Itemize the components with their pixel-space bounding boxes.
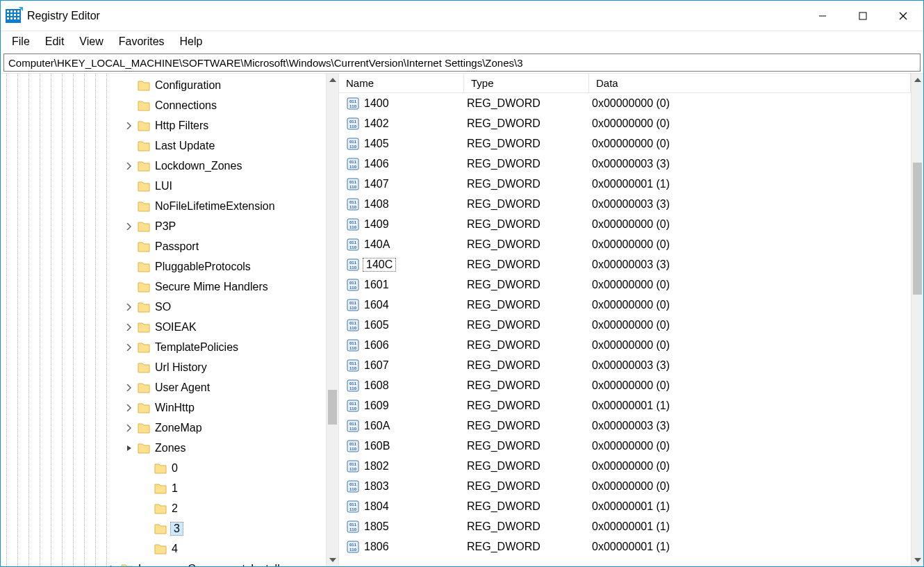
value-row[interactable]: 1606REG_DWORD0x00000000 (0) bbox=[339, 335, 911, 355]
tree-item[interactable]: TemplatePolicies bbox=[1, 337, 326, 357]
tree-item[interactable]: Lockdown_Zones bbox=[1, 156, 326, 176]
tree-item[interactable]: PluggableProtocols bbox=[1, 256, 326, 277]
tree-item[interactable]: P3P bbox=[1, 216, 326, 236]
tree-item[interactable]: 1 bbox=[1, 478, 326, 498]
value-row[interactable]: 1601REG_DWORD0x00000000 (0) bbox=[339, 274, 911, 295]
tree-item[interactable]: Configuration bbox=[1, 75, 326, 95]
tree-scrollbar[interactable] bbox=[326, 74, 338, 566]
scrollbar-thumb[interactable] bbox=[328, 390, 337, 425]
tree-item[interactable]: LUI bbox=[1, 176, 326, 196]
value-row[interactable]: 160BREG_DWORD0x00000000 (0) bbox=[339, 436, 911, 456]
maximize-button[interactable] bbox=[843, 1, 883, 31]
value-type: REG_DWORD bbox=[464, 520, 589, 533]
value-row[interactable]: 1607REG_DWORD0x00000003 (3) bbox=[339, 355, 911, 375]
tree-item[interactable]: Last Update bbox=[1, 135, 326, 156]
menu-view[interactable]: View bbox=[74, 34, 108, 49]
menu-file[interactable]: File bbox=[6, 34, 35, 49]
tree-item[interactable]: NoFileLifetimeExtension bbox=[1, 196, 326, 216]
chevron-right-icon[interactable] bbox=[108, 564, 117, 567]
value-name: 1605 bbox=[363, 319, 390, 331]
menu-help[interactable]: Help bbox=[174, 34, 208, 49]
tree-item[interactable]: SOIEAK bbox=[1, 317, 326, 337]
svg-rect-18 bbox=[859, 13, 866, 19]
address-bar[interactable]: Computer\HKEY_LOCAL_MACHINE\SOFTWARE\Mic… bbox=[3, 54, 921, 72]
value-row[interactable]: 1802REG_DWORD0x00000000 (0) bbox=[339, 456, 911, 476]
tree-item[interactable]: User Agent bbox=[1, 377, 326, 397]
binary-icon bbox=[346, 217, 360, 231]
column-type[interactable]: Type bbox=[464, 74, 589, 92]
value-row[interactable]: 1804REG_DWORD0x00000001 (1) bbox=[339, 496, 911, 516]
value-row[interactable]: 1408REG_DWORD0x00000003 (3) bbox=[339, 194, 911, 214]
tree-item[interactable]: WinHttp bbox=[1, 397, 326, 418]
tree-item[interactable]: 3 bbox=[1, 518, 326, 539]
value-row[interactable]: 1805REG_DWORD0x00000001 (1) bbox=[339, 516, 911, 536]
binary-icon bbox=[346, 298, 360, 312]
binary-icon bbox=[346, 399, 360, 413]
value-row[interactable]: 1402REG_DWORD0x00000000 (0) bbox=[339, 113, 911, 133]
chevron-right-icon[interactable] bbox=[124, 423, 134, 433]
titlebar[interactable]: Registry Editor bbox=[1, 1, 923, 31]
value-name: 1400 bbox=[363, 97, 390, 110]
value-row[interactable]: 1605REG_DWORD0x00000000 (0) bbox=[339, 315, 911, 335]
tree-item[interactable]: 2 bbox=[1, 498, 326, 518]
scrollbar-thumb[interactable] bbox=[913, 163, 922, 295]
window-controls bbox=[802, 1, 923, 31]
values-table[interactable]: Name Type Data 1400REG_DWORD0x00000000 (… bbox=[339, 74, 911, 566]
tree-item-label: 1 bbox=[170, 482, 179, 495]
tree-view[interactable]: ConfigurationConnectionsHttp FiltersLast… bbox=[1, 74, 326, 566]
scroll-down-icon[interactable] bbox=[327, 554, 338, 566]
scroll-down-icon[interactable] bbox=[911, 554, 923, 566]
tree-item[interactable]: LanguageComponentsInstaller bbox=[1, 559, 326, 566]
close-button[interactable] bbox=[883, 1, 923, 31]
tree-item[interactable]: SO bbox=[1, 297, 326, 317]
chevron-right-icon[interactable] bbox=[124, 343, 134, 352]
value-name: 1601 bbox=[363, 279, 390, 291]
tree-item[interactable]: Zones bbox=[1, 438, 326, 458]
value-row[interactable]: 1406REG_DWORD0x00000003 (3) bbox=[339, 154, 911, 174]
chevron-down-icon[interactable] bbox=[124, 443, 134, 453]
chevron-right-icon[interactable] bbox=[124, 121, 134, 131]
value-row[interactable]: 1609REG_DWORD0x00000001 (1) bbox=[339, 395, 911, 416]
chevron-right-icon[interactable] bbox=[124, 222, 134, 231]
value-row[interactable]: 1608REG_DWORD0x00000000 (0) bbox=[339, 375, 911, 395]
chevron-right-icon[interactable] bbox=[124, 322, 134, 332]
value-row[interactable]: 1405REG_DWORD0x00000000 (0) bbox=[339, 133, 911, 154]
values-scrollbar[interactable] bbox=[911, 74, 923, 566]
menu-favorites[interactable]: Favorites bbox=[113, 34, 170, 49]
tree-item[interactable]: Passport bbox=[1, 236, 326, 256]
tree-item[interactable]: ZoneMap bbox=[1, 418, 326, 438]
tree-item[interactable]: 4 bbox=[1, 539, 326, 559]
value-row[interactable]: 1409REG_DWORD0x00000000 (0) bbox=[339, 214, 911, 234]
column-data[interactable]: Data bbox=[589, 74, 911, 92]
tree-item-label: SO bbox=[154, 301, 172, 313]
chevron-right-icon[interactable] bbox=[124, 161, 134, 171]
menu-edit[interactable]: Edit bbox=[40, 34, 70, 49]
chevron-right-icon[interactable] bbox=[124, 403, 134, 413]
scroll-up-icon[interactable] bbox=[911, 74, 923, 86]
tree-item[interactable]: 0 bbox=[1, 458, 326, 478]
minimize-button[interactable] bbox=[802, 1, 843, 31]
value-row[interactable]: 1400REG_DWORD0x00000000 (0) bbox=[339, 93, 911, 113]
value-row[interactable]: 1604REG_DWORD0x00000000 (0) bbox=[339, 295, 911, 315]
folder-icon bbox=[137, 220, 151, 233]
value-row[interactable]: 140CREG_DWORD0x00000003 (3) bbox=[339, 254, 911, 274]
value-row[interactable]: 140AREG_DWORD0x00000000 (0) bbox=[339, 234, 911, 254]
chevron-right-icon[interactable] bbox=[124, 302, 134, 312]
value-row[interactable]: 1803REG_DWORD0x00000000 (0) bbox=[339, 476, 911, 496]
tree-item-label: LUI bbox=[154, 180, 174, 192]
value-type: REG_DWORD bbox=[464, 299, 589, 311]
binary-icon bbox=[346, 439, 360, 453]
tree-item[interactable]: Http Filters bbox=[1, 115, 326, 135]
value-row[interactable]: 160AREG_DWORD0x00000003 (3) bbox=[339, 416, 911, 436]
tree-item[interactable]: Url History bbox=[1, 357, 326, 377]
value-row[interactable]: 1806REG_DWORD0x00000001 (1) bbox=[339, 536, 911, 557]
binary-icon bbox=[346, 137, 360, 151]
tree-item[interactable]: Connections bbox=[1, 95, 326, 115]
scroll-up-icon[interactable] bbox=[327, 74, 338, 86]
column-name[interactable]: Name bbox=[339, 74, 464, 92]
value-type: REG_DWORD bbox=[464, 138, 589, 150]
value-row[interactable]: 1407REG_DWORD0x00000001 (1) bbox=[339, 174, 911, 194]
tree-item[interactable]: Secure Mime Handlers bbox=[1, 277, 326, 297]
chevron-right-icon[interactable] bbox=[124, 383, 134, 393]
folder-icon bbox=[154, 502, 167, 515]
